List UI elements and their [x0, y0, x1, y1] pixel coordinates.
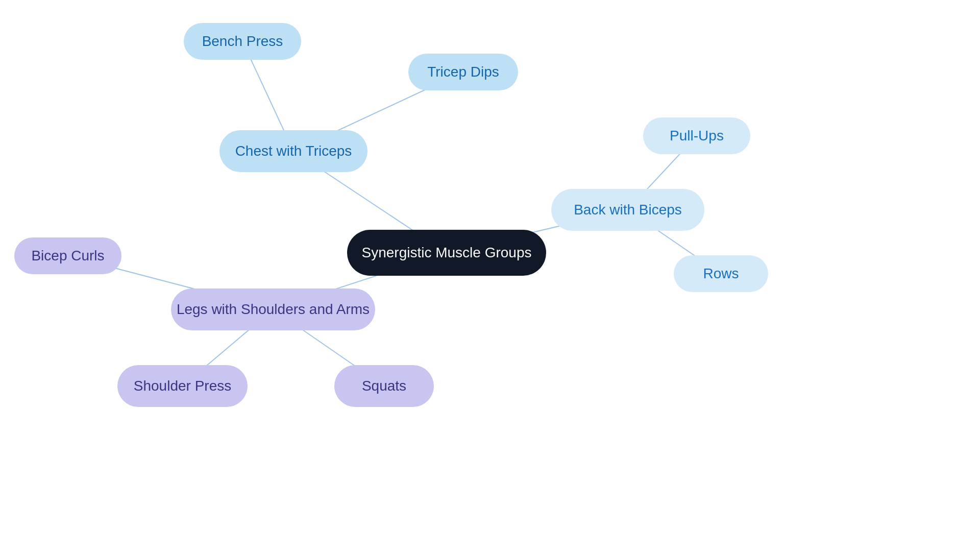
squats-label: Squats	[362, 377, 406, 395]
legs-node[interactable]: Legs with Shoulders and Arms	[171, 288, 375, 330]
bicep-curls-node[interactable]: Bicep Curls	[14, 237, 121, 274]
tricep-dips-node[interactable]: Tricep Dips	[408, 54, 518, 90]
squats-node[interactable]: Squats	[334, 365, 434, 407]
tricep-dips-label: Tricep Dips	[427, 63, 499, 81]
bench-press-node[interactable]: Bench Press	[184, 23, 301, 60]
center-node-label: Synergistic Muscle Groups	[361, 244, 531, 261]
chest-node-label: Chest with Triceps	[235, 142, 352, 160]
back-node[interactable]: Back with Biceps	[551, 189, 704, 231]
chest-node[interactable]: Chest with Triceps	[219, 130, 368, 172]
center-node[interactable]: Synergistic Muscle Groups	[347, 230, 546, 276]
legs-node-label: Legs with Shoulders and Arms	[177, 301, 370, 318]
rows-label: Rows	[703, 265, 739, 282]
bench-press-label: Bench Press	[202, 33, 283, 50]
shoulder-press-node[interactable]: Shoulder Press	[117, 365, 248, 407]
bicep-curls-label: Bicep Curls	[31, 247, 104, 265]
back-node-label: Back with Biceps	[574, 201, 682, 219]
pull-ups-node[interactable]: Pull-Ups	[643, 117, 750, 154]
pull-ups-label: Pull-Ups	[670, 127, 724, 145]
rows-node[interactable]: Rows	[674, 255, 768, 292]
shoulder-press-label: Shoulder Press	[134, 377, 231, 395]
